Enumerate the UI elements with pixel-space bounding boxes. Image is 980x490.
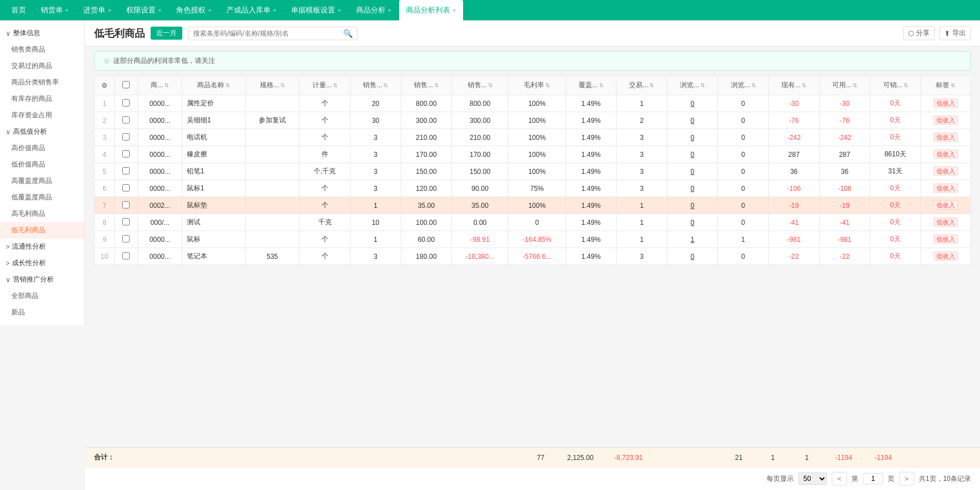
table-header-tag[interactable]: 标签⇅ <box>921 76 970 95</box>
table-header-unit[interactable]: 计量...⇅ <box>299 76 350 95</box>
close-role-auth-icon[interactable]: × <box>208 7 211 14</box>
sidebar-item-stock-capital[interactable]: 库存资金占用 <box>0 107 84 123</box>
sidebar-item-low-coverage[interactable]: 低覆盖度商品 <box>0 189 84 206</box>
close-sales-order-icon[interactable]: × <box>65 7 69 14</box>
table-header-current-stock[interactable]: 现有...⇅ <box>769 76 820 95</box>
nav-template-settings[interactable]: 单据模板设置 × <box>284 0 348 20</box>
row-view2: 0 <box>718 112 769 129</box>
sidebar-item-in-stock-products[interactable]: 有库存的商品 <box>0 91 84 107</box>
nav-finished-goods[interactable]: 产成品入库单 × <box>220 0 283 20</box>
next-page-button[interactable]: ＞ <box>899 472 914 485</box>
row-select-checkbox[interactable] <box>122 167 130 174</box>
sidebar-item-new-products[interactable]: 新品 <box>0 304 84 321</box>
search-icon[interactable]: 🔍 <box>343 29 353 38</box>
row-view1[interactable]: 0 <box>667 112 718 129</box>
row-select-checkbox[interactable] <box>122 218 130 225</box>
row-view1[interactable]: 0 <box>667 214 718 231</box>
row-select-checkbox[interactable] <box>122 252 130 259</box>
share-button[interactable]: ⬡ 分享 <box>903 26 935 40</box>
sidebar-item-all-products[interactable]: 全部商品 <box>0 288 84 304</box>
sidebar-item-high-margin[interactable]: 高毛利商品 <box>0 206 84 222</box>
row-view1[interactable]: 0 <box>667 95 718 112</box>
close-product-analysis-icon[interactable]: × <box>388 7 391 14</box>
nav-purchase-order[interactable]: 进货单 × <box>76 0 118 20</box>
table-header-name[interactable]: 商品名称⇅ <box>182 76 245 95</box>
sidebar-item-sales-products[interactable]: 销售类商品 <box>0 41 84 58</box>
per-page-select[interactable]: 50 20 100 <box>798 472 827 485</box>
row-checkbox[interactable] <box>115 231 138 248</box>
sidebar-group-overall[interactable]: ∨ 整体信息 <box>0 25 84 41</box>
page-input[interactable] <box>863 473 883 484</box>
table-header-gross-rate[interactable]: 毛利率⇅ <box>508 76 566 95</box>
row-view1[interactable]: 0 <box>667 248 718 265</box>
total-bar: 合计： 77 2,125.00 -8,723.91 21 1 1 -1194 -… <box>85 447 980 467</box>
prev-page-button[interactable]: ＜ <box>832 472 847 485</box>
table-header-settings[interactable]: ⚙ <box>95 76 115 95</box>
nav-product-analysis-list[interactable]: 商品分析列表 × <box>399 0 463 20</box>
table-header-checkbox[interactable] <box>115 76 138 95</box>
row-view1[interactable]: 0 <box>667 197 718 214</box>
search-input[interactable] <box>193 29 343 37</box>
table-header-coverage[interactable]: 覆盖...⇅ <box>566 76 617 95</box>
row-current-stock: -106 <box>769 180 820 197</box>
row-checkbox[interactable] <box>115 197 138 214</box>
table-header-sales-amount[interactable]: 销售...⇅ <box>401 76 452 95</box>
nav-home[interactable]: 首页 <box>5 0 33 20</box>
row-checkbox[interactable] <box>115 180 138 197</box>
table-header-view1[interactable]: 浏览...⇅ <box>667 76 718 95</box>
table-header-spec[interactable]: 规格...⇅ <box>245 76 299 95</box>
row-view1[interactable]: 0 <box>667 129 718 146</box>
sidebar-item-low-margin[interactable]: 低毛利商品 <box>0 222 84 238</box>
table-header-sales-gross[interactable]: 销售...⇅ <box>452 76 508 95</box>
row-available: 287 <box>819 146 870 163</box>
row-view1[interactable]: 1 <box>667 231 718 248</box>
sidebar-item-high-value[interactable]: 高价值商品 <box>0 140 84 156</box>
export-button[interactable]: ⬆ 导出 <box>939 26 971 40</box>
sidebar-group-growth-analysis[interactable]: > 成长性分析 <box>0 255 84 271</box>
row-select-checkbox[interactable] <box>122 116 130 123</box>
close-product-analysis-list-icon[interactable]: × <box>452 7 456 14</box>
row-checkbox[interactable] <box>115 95 138 112</box>
sidebar-item-high-coverage[interactable]: 高覆盖度商品 <box>0 173 84 189</box>
row-select-checkbox[interactable] <box>122 235 130 242</box>
select-all-checkbox[interactable] <box>122 81 130 88</box>
row-spec <box>245 146 299 163</box>
row-select-checkbox[interactable] <box>122 99 130 106</box>
row-gross-rate: 100% <box>508 146 566 163</box>
table-header-saleable[interactable]: 可销...⇅ <box>870 76 921 95</box>
table-header-trade[interactable]: 交易...⇅ <box>617 76 667 95</box>
sidebar-item-low-value[interactable]: 低价值商品 <box>0 156 84 173</box>
close-finished-goods-icon[interactable]: × <box>273 7 276 14</box>
row-checkbox[interactable] <box>115 129 138 146</box>
row-checkbox[interactable] <box>115 163 138 180</box>
close-template-settings-icon[interactable]: × <box>337 7 341 14</box>
row-checkbox[interactable] <box>115 214 138 231</box>
sidebar-group-marketing[interactable]: ∨ 营销推广分析 <box>0 271 84 288</box>
nav-permission-settings[interactable]: 权限设置 × <box>119 0 168 20</box>
row-checkbox[interactable] <box>115 248 138 265</box>
nav-role-auth[interactable]: 角色授权 × <box>169 0 218 20</box>
close-purchase-order-icon[interactable]: × <box>108 7 111 14</box>
nav-sales-order[interactable]: 销货单 × <box>34 0 75 20</box>
row-view1[interactable]: 0 <box>667 146 718 163</box>
nav-product-analysis[interactable]: 商品分析 × <box>349 0 398 20</box>
row-checkbox[interactable] <box>115 112 138 129</box>
row-view1[interactable]: 0 <box>667 163 718 180</box>
row-select-checkbox[interactable] <box>122 184 130 191</box>
table-header-code[interactable]: 商...⇅ <box>138 76 182 95</box>
close-permission-settings-icon[interactable]: × <box>158 7 161 14</box>
sidebar-group-flow-analysis[interactable]: > 流通性分析 <box>0 238 84 255</box>
row-spec <box>245 129 299 146</box>
filter-recent-month-button[interactable]: 近一月 <box>151 27 182 40</box>
row-select-checkbox[interactable] <box>122 150 130 157</box>
table-header-sales-qty[interactable]: 销售...⇅ <box>350 76 401 95</box>
row-checkbox[interactable] <box>115 146 138 163</box>
row-select-checkbox[interactable] <box>122 201 130 208</box>
table-header-available[interactable]: 可用...⇅ <box>819 76 870 95</box>
sidebar-group-value-analysis[interactable]: ∨ 高低值分析 <box>0 123 84 140</box>
row-select-checkbox[interactable] <box>122 133 130 140</box>
row-view1[interactable]: 0 <box>667 180 718 197</box>
sidebar-item-category-sales-rate[interactable]: 商品分类销售率 <box>0 74 84 91</box>
table-header-view2[interactable]: 浏览...⇅ <box>718 76 769 95</box>
sidebar-item-traded-products[interactable]: 交易过的商品 <box>0 58 84 74</box>
